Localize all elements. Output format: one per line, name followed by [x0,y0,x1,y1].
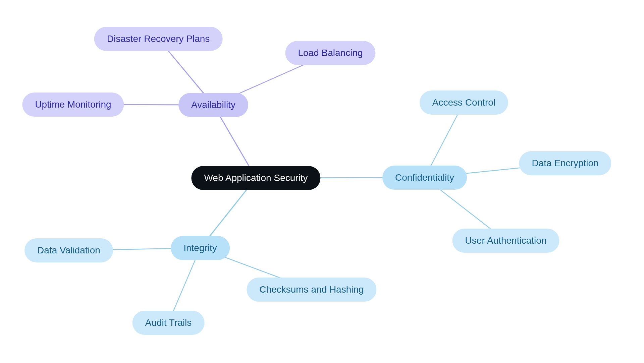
node-checksums-and-hashing[interactable]: Checksums and Hashing [247,278,376,302]
node-data-validation[interactable]: Data Validation [24,238,113,262]
node-data-encryption[interactable]: Data Encryption [519,151,611,175]
node-load-balancing[interactable]: Load Balancing [285,41,375,65]
node-availability[interactable]: Availability [178,93,248,117]
node-user-authentication[interactable]: User Authentication [452,229,559,253]
node-access-control[interactable]: Access Control [420,90,508,115]
node-uptime-monitoring[interactable]: Uptime Monitoring [22,93,124,117]
node-root[interactable]: Web Application Security [191,166,320,190]
node-integrity[interactable]: Integrity [171,236,230,260]
node-audit-trails[interactable]: Audit Trails [132,311,205,335]
node-confidentiality[interactable]: Confidentiality [382,166,467,190]
mindmap-canvas: Web Application Security Availability Di… [0,0,644,363]
node-disaster-recovery-plans[interactable]: Disaster Recovery Plans [94,27,223,51]
